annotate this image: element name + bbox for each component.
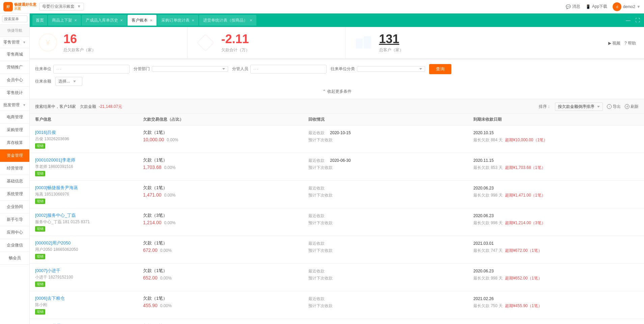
customer-name-1[interactable]: [0016]吕俊 [35,130,56,135]
manager-label: 分管人员 [232,66,248,72]
help-btn[interactable]: ? 帮助 [624,40,636,46]
store-selector[interactable]: 母婴行业演示账套 ▼ [39,3,84,10]
collapse-up-icon: ⌃ [323,89,326,94]
sort-arrow [597,106,600,108]
tab-close-purchase-stats[interactable]: ✕ [250,19,252,22]
customer-phone-2: 李老师 18600391516 [35,164,143,170]
tab-minimize-btn[interactable]: — [624,17,632,24]
overdue-link-5[interactable]: 超期¥672.00（1笔） [505,248,542,253]
customer-tag-3: 现销 [35,199,45,204]
customer-name-7[interactable]: [0006]去下粮仓 [35,296,65,301]
debt-customers-icon: ¥ [38,32,58,53]
customer-phone-3: 海蒸 18513066976 [35,192,143,197]
sidebar-item-inventory[interactable]: 库存核算 [0,137,29,149]
stat-card-debt-customers: ¥ 16 总欠款客户（家） [30,27,188,58]
debt-amount-number: -2.11 [221,32,250,46]
user-profile[interactable]: d demo2 ▼ [613,2,641,11]
tab-purchase-stats[interactable]: 进货单统计表（按商品） ✕ [199,15,256,26]
dept-label: 分管部门 [134,66,150,72]
from-unit-input[interactable]: ··· [53,65,130,73]
tab-close-purchase-order[interactable]: ✕ [192,19,194,22]
balance-select[interactable]: 选择... [55,77,82,86]
sidebar-item-marketing[interactable]: 营销推广 [0,61,29,74]
sidebar-item-retail-mgmt[interactable]: 零售管理 ▼ [0,37,29,48]
debt-info-7: 欠款（1笔） 455.900.00% [143,295,308,308]
table-row: [0001020001]李老师 李老师 18600391516 现销 欠款（1笔… [30,153,644,181]
sidebar-item-purchase-mgmt[interactable]: 采购管理 [0,124,29,137]
filter-dept: 分管部门 [134,66,228,72]
overdue-link-3[interactable]: 超期¥1,471.00（1笔） [505,193,545,198]
sidebar-item-app-center[interactable]: 应用中心 [0,226,29,239]
export-btn[interactable]: ↑ 导出 [607,104,621,110]
results-summary: 搜索结果中，客户16家 [35,104,76,110]
tab-product-shelf[interactable]: 商品上下架 ✕ [48,15,81,26]
sidebar-item-ops-mgmt[interactable]: 经营管理 [0,162,29,175]
play-icon: ▶ [608,41,611,46]
refresh-btn[interactable]: ↺ 刷新 [625,104,639,110]
overdue-info-4: 2020.06.23 最长欠款 998 天 超期¥1,214.00（3笔） [473,212,639,227]
sidebar-item-new-guide[interactable]: 新手引导 [0,213,29,226]
manager-input[interactable]: ··· [250,65,327,73]
sidebar-item-batch-mgmt[interactable]: 批发管理 ▼ [0,99,29,111]
overdue-link-6[interactable]: 超期¥652.00（1笔） [505,276,542,281]
svg-rect-4 [364,36,371,49]
sidebar-item-quick-nav[interactable]: 快捷导航 [0,25,29,37]
main-layout: 快捷导航 零售管理 ▼ 零售商城 营销推广 会员中心 零售统计 批发管理 ▼ 电… [0,13,644,324]
sort-label: 排序： [539,104,551,110]
tab-expand-btn[interactable]: ⛶ [634,17,641,24]
tab-production-history[interactable]: 产成品入库单历史 ✕ [82,15,127,26]
sidebar-item-sys-mgmt[interactable]: 系统管理 [0,188,29,201]
dept-select[interactable] [152,66,228,72]
sidebar-item-basic-info[interactable]: 基础信息 [0,175,29,188]
collapse-button[interactable]: ⌃ 收起更多条件 [323,89,352,94]
top-bar: 好 畅捷通好生意 示意 母婴行业演示账套 ▼ 💬 消息 📱 App下载 d [0,0,644,13]
tab-home[interactable]: 首页 [32,15,47,26]
stats-row: ¥ 16 总欠款客户（家） [30,27,644,59]
customer-name-4[interactable]: [0002]服务中心_丁磊 [35,213,76,218]
stat-card-debt-amount: -2.11 欠款合计（万） [188,27,345,58]
recovery-info-7: 最近收款 预计下次收款 [308,295,474,310]
tab-customer-account[interactable]: 客户账本 ✕ [128,15,157,26]
dept-arrow [222,68,225,70]
overdue-link-7[interactable]: 超期¥455.90（1笔） [505,303,542,308]
sidebar-item-ecom-mgmt[interactable]: 电商管理 [0,111,29,124]
sidebar-item-enterprise-collab[interactable]: 企业协同 [0,201,29,213]
filter-row-2: 往来余额 选择... [35,77,639,86]
filter-unit-category: 往来单位分类 [331,66,425,72]
tab-close-product-shelf[interactable]: ✕ [74,19,77,22]
sidebar-item-enterprise-wx[interactable]: 企业微信 [0,239,29,252]
table-row: [0006]去下粮仓 陈小刚 现销 欠款（1笔） 455.900.00% 最近收… [30,291,644,319]
sidebar-item-retail-mall[interactable]: 零售商城 [0,48,29,61]
view-video-btn[interactable]: ▶ 视频 [608,40,620,46]
unit-category-select[interactable] [357,66,425,72]
overdue-link-2[interactable]: 超期¥1,703.68（1笔） [505,165,545,170]
customer-name-3[interactable]: [0003]畅捷服务尹海蒸 [35,185,78,190]
customer-name-5[interactable]: [000002]用户2050 [35,240,71,245]
sidebar-item-retail-stats[interactable]: 零售统计 [0,87,29,99]
table-row: [0016]吕俊 吕俊 13026203696 现销 欠款（1笔） 10,000… [30,125,644,153]
results-actions: 排序： 按欠款金额倒序排序 ↑ 导出 ↺ 刷新 [539,102,639,111]
tab-close-production-history[interactable]: ✕ [120,19,123,22]
sidebar-search-input[interactable] [2,16,27,22]
sidebar-item-finance-mgmt[interactable]: 资金管理 [0,149,29,162]
table-header: 客户信息 欠款交易信息（占比） 回收情况 到期未收款日期 [30,114,644,125]
message-btn[interactable]: 💬 消息 [566,4,580,9]
sidebar-item-free-member[interactable]: 畅会员 [0,252,29,265]
tab-purchase-order[interactable]: 采购订单统计表 ✕ [157,15,198,26]
sort-select[interactable]: 按欠款金额倒序排序 [555,102,603,111]
app-download-btn[interactable]: 📱 App下载 [586,4,607,9]
sidebar-item-member-center[interactable]: 会员中心 [0,74,29,87]
retail-mgmt-arrow: ▼ [23,40,26,44]
debt-info-1: 欠款（1笔） 10,000.000.00% [143,129,308,142]
tab-close-customer-account[interactable]: ✕ [150,19,152,22]
svg-rect-3 [356,38,363,49]
customer-name-2[interactable]: [0001020001]李老师 [35,157,75,163]
overdue-link-4[interactable]: 超期¥1,214.00（3笔） [505,220,545,225]
top-bar-left: 好 畅捷通好生意 示意 母婴行业演示账套 ▼ [3,2,84,11]
debt-info-3: 欠款（1笔） 1,471.000.00% [143,185,308,198]
customer-name-6[interactable]: [0007]小进干 [35,268,60,273]
overdue-link-1[interactable]: 超期¥10,000.00（1笔） [505,138,548,142]
col-customer-info: 客户信息 [35,117,143,122]
search-button[interactable]: 查询 [429,64,451,74]
col-due-date: 到期未收款日期 [473,117,639,122]
